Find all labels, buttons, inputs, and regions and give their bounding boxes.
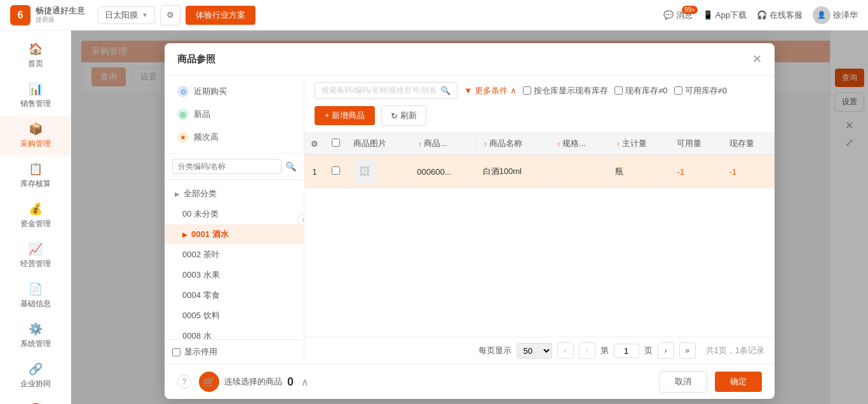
add-product-button[interactable]: + 新增商品: [315, 106, 375, 125]
cat-fruit[interactable]: 0003 水果: [165, 265, 304, 285]
modal-close-icon[interactable]: ✕: [752, 52, 762, 66]
sidebar-label-system: 系统管理: [20, 339, 51, 349]
sidebar-item-home[interactable]: 🏠 首页: [0, 36, 71, 76]
th-available: 可用量: [670, 133, 722, 155]
quick-recent-purchase[interactable]: ⊙ 近期购买: [172, 82, 296, 101]
user-item[interactable]: 👤 徐泽华: [813, 6, 858, 24]
app-download-item[interactable]: 📱 App下载: [703, 10, 747, 21]
dropdown-arrow-icon: ▼: [142, 11, 148, 18]
existing-stock-checkbox[interactable]: 现有库存≠0: [614, 85, 667, 97]
available-stock-checkbox[interactable]: 可用库存≠0: [674, 85, 727, 97]
th-product-name[interactable]: ↕ 商品名称: [476, 133, 549, 155]
th-code-sort-icon: ↕: [418, 140, 421, 147]
row-code: 000600...: [410, 155, 476, 189]
sidebar-item-basicinfo[interactable]: 📄 基础信息: [0, 276, 71, 316]
messages-badge: 99+: [682, 6, 698, 14]
filter-collapse-icon: ∧: [510, 86, 517, 95]
row-checkbox-cell[interactable]: [325, 155, 347, 189]
show-disabled-checkbox[interactable]: 显示停用: [172, 346, 217, 358]
sidebar-label-operations: 经营管理: [20, 259, 51, 269]
quick-high-freq[interactable]: ★ 频次高: [172, 128, 296, 147]
cat-water-label: 0008 水: [182, 330, 212, 339]
table-scroll[interactable]: ⚙ 商品图片 ↕ 商品...: [304, 133, 775, 189]
branch-dropdown[interactable]: 日太阳膜 ▼: [98, 6, 155, 24]
basicinfo-icon: 📄: [29, 282, 43, 296]
row-checkbox[interactable]: [332, 166, 340, 175]
product-search-box[interactable]: 搜索条码/编码/名称/规格型号/别名 🔍: [315, 82, 458, 99]
select-all-checkbox[interactable]: [332, 138, 340, 147]
quick-recent-label: 近期购买: [194, 86, 227, 97]
cat-tea[interactable]: 0002 茶叶: [165, 245, 304, 265]
footer-collapse-icon[interactable]: ∧: [301, 376, 309, 388]
existing-stock-input[interactable]: [614, 86, 623, 95]
sidebar-label-basicinfo: 基础信息: [20, 299, 51, 309]
ops-icon: 📈: [29, 242, 43, 256]
cat-drink[interactable]: 0005 饮料: [165, 306, 304, 326]
show-disabled-input[interactable]: [172, 348, 180, 356]
th-spec[interactable]: ↕ 规格...: [549, 133, 609, 155]
cat-liquor[interactable]: ▶ 0001 酒水: [165, 224, 304, 245]
logo-text: 畅捷通好生意: [36, 6, 85, 16]
th-unit[interactable]: ↕ 主计量: [609, 133, 670, 155]
sidebar-item-collab[interactable]: 🔗 企业协同: [0, 356, 71, 396]
page-number-input[interactable]: [614, 344, 639, 358]
sidebar-item-operations[interactable]: 📈 经营管理: [0, 236, 71, 276]
available-stock-input[interactable]: [674, 86, 682, 95]
th-stock: 现存量: [722, 133, 775, 155]
high-freq-icon: ★: [177, 131, 189, 143]
table-row[interactable]: 1 🖼 000600... 白酒100ml: [304, 155, 775, 189]
filter-icon: ▼: [464, 86, 472, 95]
quick-new-product[interactable]: ◎ 新品: [172, 105, 296, 124]
more-filter-button[interactable]: ▼ 更多条件 ∧: [464, 85, 517, 97]
row-stock: -1: [722, 155, 775, 189]
last-page-button[interactable]: »: [679, 342, 696, 359]
warehouse-display-checkbox[interactable]: 按仓库显示现有库存: [523, 85, 608, 97]
sidebar-item-system[interactable]: ⚙️ 系统管理: [0, 316, 71, 356]
sidebar-item-inventory[interactable]: 📋 库存核算: [0, 156, 71, 196]
category-search-icon[interactable]: 🔍: [285, 161, 296, 172]
cancel-button[interactable]: 取消: [659, 371, 707, 393]
product-table-area: ⚙ 商品图片 ↕ 商品...: [304, 133, 775, 337]
settings-icon[interactable]: ⚙: [160, 5, 180, 25]
pagination: 每页显示 50 10 20 100 « ‹ 第 页: [304, 337, 775, 364]
category-search-input[interactable]: [172, 159, 281, 174]
confirm-button[interactable]: 确定: [715, 372, 762, 392]
next-page-button[interactable]: ›: [658, 342, 674, 359]
th-unit-sort-icon: ↕: [616, 140, 620, 147]
sidebar-item-guide[interactable]: 🎯 新手引导: [0, 396, 71, 404]
per-page-select[interactable]: 50 10 20 100: [517, 343, 552, 359]
sidebar-item-sales[interactable]: 📊 销售管理: [0, 76, 71, 116]
online-service-item[interactable]: 🎧 在线客服: [757, 10, 803, 21]
prev-page-button[interactable]: ‹: [579, 342, 595, 359]
messages-item[interactable]: 💬 消息 99+: [663, 10, 693, 21]
cart-icon[interactable]: 🛒: [199, 372, 219, 392]
collab-icon: 🔗: [29, 362, 43, 376]
cat-unclassified[interactable]: 00 未分类: [165, 204, 304, 224]
th-settings[interactable]: ⚙: [304, 133, 325, 155]
logo-icon: 6: [10, 5, 31, 25]
cat-water[interactable]: 0008 水: [165, 326, 304, 339]
refresh-button[interactable]: ↻ 刷新: [381, 105, 426, 126]
cat-all[interactable]: ▶ 全部分类: [165, 184, 304, 204]
phone-icon: 📱: [703, 10, 713, 20]
sidebar-item-purchase[interactable]: 📦 采购管理: [0, 116, 71, 156]
warehouse-display-input[interactable]: [523, 86, 531, 95]
refresh-label: 刷新: [400, 110, 417, 121]
product-image-placeholder: 🖼: [353, 160, 376, 183]
sales-icon: 📊: [29, 82, 43, 96]
cat-all-arrow-icon: ▶: [175, 191, 180, 198]
first-page-button[interactable]: «: [557, 342, 574, 359]
product-search-icon: 🔍: [440, 86, 451, 95]
product-reference-modal: 商品参照 ✕ ⊙ 近期购买 ◎: [165, 43, 775, 399]
cat-snack[interactable]: 0004 零食: [165, 285, 304, 306]
top-navbar: 6 畅捷通好生意 捷易版 日太阳膜 ▼ ⚙ 体验行业方案 💬 消息 99+ 📱 …: [0, 0, 868, 30]
sidebar-item-finance[interactable]: 💰 资金管理: [0, 196, 71, 236]
th-product-code[interactable]: ↕ 商品...: [410, 133, 476, 155]
right-panel: 搜索条码/编码/名称/规格型号/别名 🔍 ▼ 更多条件 ∧ 按仓库显示现有库存: [304, 76, 775, 364]
modal-overlay: 商品参照 ✕ ⊙ 近期购买 ◎: [71, 30, 868, 404]
recent-purchase-icon: ⊙: [177, 86, 189, 97]
category-tree: ▶ 全部分类 00 未分类 ▶ 0001 酒水 0002 茶: [165, 180, 304, 339]
modal-body: ⊙ 近期购买 ◎ 新品 ★ 频次高 «: [165, 76, 775, 364]
help-icon[interactable]: ?: [177, 375, 191, 389]
try-industry-button[interactable]: 体验行业方案: [186, 6, 255, 25]
